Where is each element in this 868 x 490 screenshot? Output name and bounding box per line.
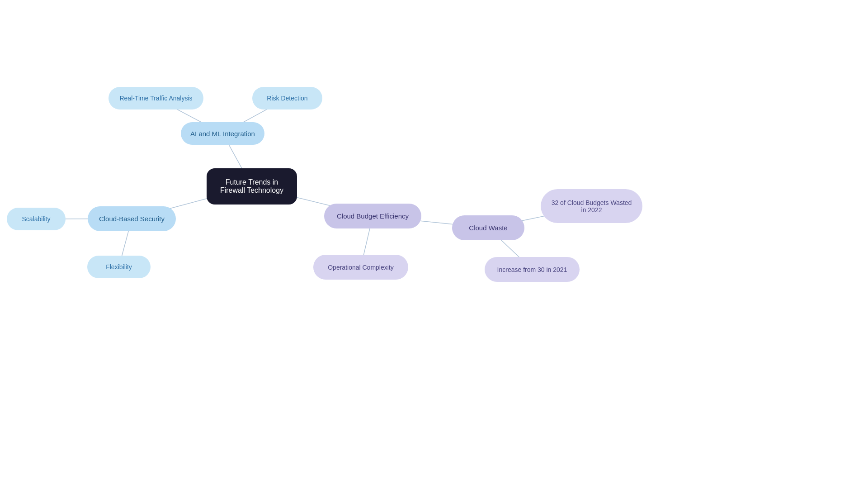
flexibility-node[interactable]: Flexibility (87, 256, 151, 278)
operational-complexity-node[interactable]: Operational Complexity (313, 255, 408, 280)
real-time-node[interactable]: Real-Time Traffic Analysis (108, 87, 203, 109)
cloud-based-node[interactable]: Cloud-Based Security (88, 206, 176, 231)
ai-ml-node[interactable]: AI and ML Integration (181, 122, 264, 145)
risk-detection-node[interactable]: Risk Detection (252, 87, 322, 109)
cloud-32-node[interactable]: 32 of Cloud Budgets Wasted in 2022 (541, 189, 642, 223)
increase-node[interactable]: Increase from 30 in 2021 (485, 257, 580, 282)
center-node[interactable]: Future Trends in Firewall Technology (207, 168, 297, 205)
cloud-waste-node[interactable]: Cloud Waste (452, 215, 524, 240)
scalability-node[interactable]: Scalability (7, 208, 66, 230)
cloud-budget-node[interactable]: Cloud Budget Efficiency (324, 204, 421, 228)
